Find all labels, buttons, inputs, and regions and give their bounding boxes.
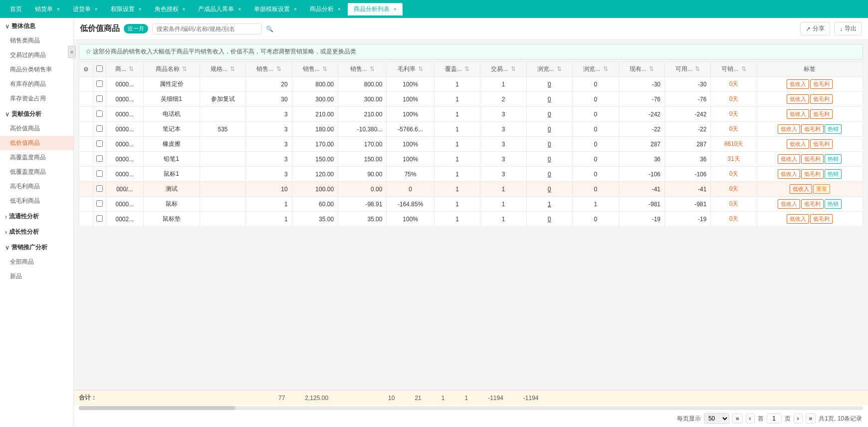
sort-trade-icon[interactable]: ⇅	[511, 65, 516, 72]
nav-product-stock[interactable]: 产成品入库单 ×	[192, 3, 247, 15]
browse1-link[interactable]: 0	[548, 126, 551, 133]
row-checkbox[interactable]	[96, 200, 103, 207]
nav-home[interactable]: 首页	[4, 3, 28, 15]
search-icon[interactable]: 🔍	[266, 25, 273, 32]
sort-amt-icon[interactable]: ⇅	[322, 65, 327, 72]
page-size-select[interactable]: 50 100 200	[704, 413, 729, 424]
sidebar-section-marketing[interactable]: ∨ 营销推广分析	[0, 239, 73, 255]
nav-permission[interactable]: 权限设置 ×	[105, 3, 148, 15]
sidebar-item-low-coverage[interactable]: 低覆盖度商品	[0, 165, 73, 179]
sidebar-section-contribution[interactable]: ∨ 贡献值分析	[0, 106, 73, 121]
row-browse1[interactable]: 0	[526, 182, 572, 197]
row-browse1[interactable]: 0	[526, 107, 572, 122]
sort-gross-icon[interactable]: ⇅	[418, 65, 423, 72]
sidebar-item-high-value[interactable]: 高价值商品	[0, 121, 73, 136]
row-checkbox[interactable]	[96, 80, 103, 87]
select-all-checkbox[interactable]	[96, 65, 103, 72]
browse1-link[interactable]: 0	[548, 96, 551, 103]
nav-sales-order[interactable]: 销货单 ×	[29, 3, 66, 15]
sort-qty-icon[interactable]: ⇅	[276, 65, 281, 72]
browse1-link[interactable]: 0	[548, 141, 551, 148]
row-checkbox-cell[interactable]	[93, 167, 106, 182]
close-product-stock-icon[interactable]: ×	[238, 6, 241, 12]
sidebar-collapse-button[interactable]: «	[68, 46, 76, 58]
close-product-analysis-list-icon[interactable]: ×	[394, 6, 397, 12]
period-badge[interactable]: 近一月	[124, 24, 148, 33]
sidebar-item-high-gross[interactable]: 高毛利商品	[0, 179, 73, 194]
row-checkbox[interactable]	[96, 110, 103, 117]
close-sales-order-icon[interactable]: ×	[57, 6, 60, 12]
browse1-link[interactable]: 1	[548, 201, 551, 208]
sort-available-icon[interactable]: ⇅	[695, 65, 700, 72]
col-settings[interactable]: ⚙	[79, 62, 93, 77]
sidebar-section-overall[interactable]: ∨ 整体信息	[0, 18, 73, 33]
sidebar-item-low-value[interactable]: 低价值商品	[0, 136, 73, 150]
row-checkbox-cell[interactable]	[93, 182, 106, 197]
sort-browse2-icon[interactable]: ⇅	[603, 65, 608, 72]
sidebar-item-stock-funds[interactable]: 库存资金占用	[0, 91, 73, 106]
row-checkbox-cell[interactable]	[93, 197, 106, 212]
row-browse1[interactable]: 0	[526, 152, 572, 167]
row-checkbox-cell[interactable]	[93, 122, 106, 137]
close-purchase-order-icon[interactable]: ×	[95, 6, 98, 12]
sidebar-item-stock-products[interactable]: 有库存的商品	[0, 77, 73, 91]
next-page-button[interactable]: ›	[794, 414, 803, 424]
row-checkbox[interactable]	[96, 140, 103, 147]
row-checkbox-cell[interactable]	[93, 92, 106, 107]
nav-product-analysis-list[interactable]: 商品分析列表 ×	[348, 3, 403, 15]
close-product-analysis-icon[interactable]: ×	[338, 6, 341, 12]
page-number-input[interactable]	[767, 414, 782, 424]
sort-avg-icon[interactable]: ⇅	[370, 65, 375, 72]
sort-saleable-icon[interactable]: ⇅	[741, 65, 746, 72]
browse1-link[interactable]: 0	[548, 171, 551, 178]
row-checkbox[interactable]	[96, 185, 103, 192]
browse1-link[interactable]: 0	[548, 81, 551, 88]
row-checkbox-cell[interactable]	[93, 152, 106, 167]
row-checkbox[interactable]	[96, 170, 103, 177]
col-checkbox[interactable]	[93, 62, 106, 77]
row-checkbox-cell[interactable]	[93, 77, 106, 92]
sidebar-section-growth[interactable]: › 成长性分析	[0, 224, 73, 239]
last-page-button[interactable]: »	[806, 414, 816, 424]
sidebar-section-circulation[interactable]: › 流通性分析	[0, 208, 73, 224]
sidebar-item-new-products[interactable]: 新品	[0, 269, 73, 284]
row-browse1[interactable]: 0	[526, 137, 572, 152]
close-template-icon[interactable]: ×	[294, 6, 297, 12]
sidebar-item-low-gross[interactable]: 低毛利商品	[0, 194, 73, 208]
sidebar-item-sales-products[interactable]: 销售类商品	[0, 33, 73, 48]
sort-current-icon[interactable]: ⇅	[649, 65, 654, 72]
prev-page-button[interactable]: ‹	[746, 414, 755, 424]
sort-cover-icon[interactable]: ⇅	[464, 65, 469, 72]
sort-browse1-icon[interactable]: ⇅	[557, 65, 562, 72]
row-checkbox-cell[interactable]	[93, 137, 106, 152]
browse1-link[interactable]: 0	[548, 216, 551, 223]
sort-spec-icon[interactable]: ⇅	[230, 65, 235, 72]
row-browse1[interactable]: 1	[526, 197, 572, 212]
row-browse1[interactable]: 0	[526, 77, 572, 92]
nav-role-auth[interactable]: 角色授权 ×	[149, 3, 192, 15]
row-checkbox-cell[interactable]	[93, 212, 106, 227]
close-permission-icon[interactable]: ×	[139, 6, 142, 12]
sort-name-icon[interactable]: ⇅	[182, 65, 187, 72]
row-checkbox[interactable]	[96, 95, 103, 102]
row-checkbox-cell[interactable]	[93, 107, 106, 122]
sidebar-item-category-sales-rate[interactable]: 商品分类销售率	[0, 62, 73, 77]
export-button[interactable]: ↓ 导出	[834, 22, 862, 35]
row-browse1[interactable]: 0	[526, 92, 572, 107]
row-browse1[interactable]: 0	[526, 122, 572, 137]
nav-purchase-order[interactable]: 进货单 ×	[67, 3, 104, 15]
row-checkbox[interactable]	[96, 125, 103, 132]
sort-code-icon[interactable]: ⇅	[129, 65, 134, 72]
browse1-link[interactable]: 0	[548, 186, 551, 193]
first-page-button[interactable]: «	[732, 414, 743, 424]
row-browse1[interactable]: 0	[526, 167, 572, 182]
sidebar-item-all-products[interactable]: 全部商品	[0, 255, 73, 269]
nav-template-settings[interactable]: 单据模板设置 ×	[248, 3, 303, 15]
nav-product-analysis[interactable]: 商品分析 ×	[304, 3, 347, 15]
sidebar-item-high-coverage[interactable]: 高覆盖度商品	[0, 150, 73, 165]
share-button[interactable]: ↗ 分享	[800, 22, 830, 35]
row-checkbox[interactable]	[96, 215, 103, 222]
row-checkbox[interactable]	[96, 155, 103, 162]
browse1-link[interactable]: 0	[548, 156, 551, 163]
row-browse1[interactable]: 0	[526, 212, 572, 227]
